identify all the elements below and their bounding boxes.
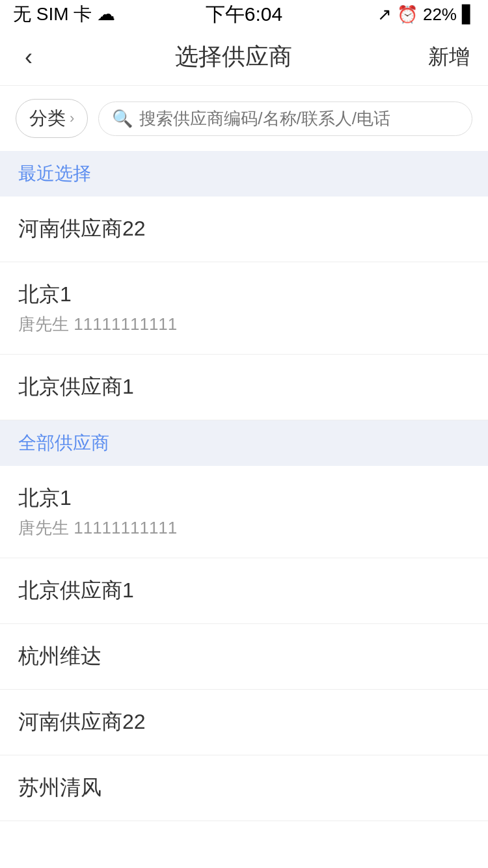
list-item[interactable]: 北京1 唐先生 11111111111 [0, 262, 488, 355]
recent-items-list: 河南供应商22北京1 唐先生 11111111111北京供应商1 [0, 197, 488, 420]
nav-bar: ‹ 选择供应商 新增 [0, 29, 488, 86]
add-button[interactable]: 新增 [428, 43, 470, 72]
search-box: 🔍 [98, 102, 472, 136]
location-icon: ↗ [377, 5, 392, 25]
status-bar: 无 SIM 卡 ☁ 下午6:04 ↗ ⏰ 22% ▋ [0, 0, 488, 29]
alarm-icon: ⏰ [397, 5, 418, 25]
item-name: 杭州维达 [18, 642, 470, 671]
item-sub: 唐先生 11111111111 [18, 517, 470, 539]
all-items-list: 北京1 唐先生 11111111111北京供应商1杭州维达河南供应商22苏州清风 [0, 466, 488, 821]
category-button[interactable]: 分类 › [16, 99, 88, 138]
item-name: 北京供应商1 [18, 373, 470, 401]
list-item[interactable]: 北京供应商1 [0, 355, 488, 420]
chevron-right-icon: › [70, 110, 74, 127]
list-item[interactable]: 河南供应商22 [0, 690, 488, 755]
page-title: 选择供应商 [175, 41, 292, 73]
all-section-header: 全部供应商 [0, 420, 488, 466]
filter-bar: 分类 › 🔍 [0, 86, 488, 151]
item-name: 河南供应商22 [18, 215, 470, 243]
list-item[interactable]: 苏州清风 [0, 755, 488, 821]
item-name: 北京供应商1 [18, 576, 470, 605]
no-sim-label: 无 SIM 卡 ☁ [13, 2, 115, 27]
status-right: ↗ ⏰ 22% ▋ [377, 5, 475, 25]
category-label: 分类 [29, 106, 66, 131]
list-item[interactable]: 河南供应商22 [0, 197, 488, 262]
recent-section-title: 最近选择 [18, 163, 91, 183]
back-button[interactable]: ‹ [18, 37, 39, 77]
status-left: 无 SIM 卡 ☁ [13, 2, 115, 27]
list-item[interactable]: 北京1 唐先生 11111111111 [0, 466, 488, 558]
item-name: 北京1 [18, 280, 470, 309]
search-input[interactable] [139, 109, 459, 129]
search-icon: 🔍 [112, 109, 133, 129]
recent-section-header: 最近选择 [0, 151, 488, 197]
battery-icon: ▋ [462, 5, 475, 25]
battery-label: 22% [423, 5, 457, 25]
item-name: 苏州清风 [18, 774, 470, 802]
list-item[interactable]: 杭州维达 [0, 624, 488, 690]
item-sub: 唐先生 11111111111 [18, 313, 470, 336]
status-time: 下午6:04 [206, 1, 282, 28]
all-section-title: 全部供应商 [18, 433, 109, 453]
item-name: 北京1 [18, 484, 470, 513]
item-name: 河南供应商22 [18, 708, 470, 737]
list-item[interactable]: 北京供应商1 [0, 558, 488, 624]
